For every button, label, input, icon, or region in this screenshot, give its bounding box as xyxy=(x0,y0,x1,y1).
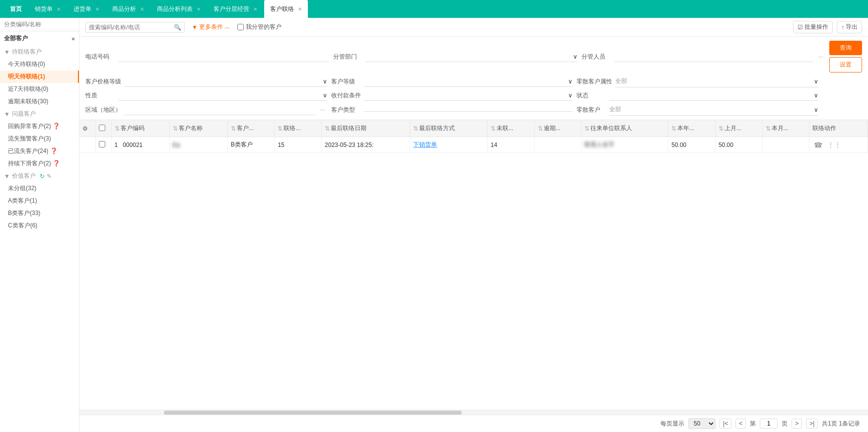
group-label: 价值客户 xyxy=(12,172,36,180)
filter-status: 状态 ∨ xyxy=(577,90,818,101)
filter-phone: 电话号码 xyxy=(85,52,329,62)
sort-icon: ⇅ xyxy=(538,125,543,132)
payment-select[interactable]: ∨ xyxy=(364,90,573,101)
all-customers-header[interactable]: 全部客户 « xyxy=(0,31,79,46)
export-icon: ↑ xyxy=(841,24,844,31)
nav-sale[interactable]: 销货单 ✕ xyxy=(29,0,67,18)
td-name: Ea xyxy=(169,137,227,153)
search-icon[interactable]: 🔍 xyxy=(174,24,181,31)
search-input-wrap: 🔍 xyxy=(85,22,185,33)
action-phone-icon[interactable]: ☎ xyxy=(812,141,824,149)
last-page-button[interactable]: >| xyxy=(806,419,818,429)
manager-more-btn[interactable]: ··· xyxy=(816,53,825,60)
edit-icon[interactable]: ✎ xyxy=(47,173,52,180)
last-contact-method-link[interactable]: 下销货单 xyxy=(413,141,437,148)
region-input[interactable] xyxy=(124,105,315,115)
nav-product-analysis-list[interactable]: 商品分析列表 ✕ xyxy=(151,0,207,18)
gear-icon[interactable]: ⚙ xyxy=(82,125,88,132)
group-pending-contact[interactable]: ▼ 待联络客户 xyxy=(0,46,79,58)
prev-page-button[interactable]: < xyxy=(735,419,746,429)
close-icon[interactable]: ✕ xyxy=(57,6,61,12)
sidebar: 🔍 全部客户 « ▼ 待联络客户 今天待联络(0) 明天待联络(1) 近7天待联… xyxy=(0,18,79,432)
th-action: 联络动作 xyxy=(809,120,868,137)
sidebar-item-declining[interactable]: 持续下滑客户(2) ❓ xyxy=(0,157,79,170)
th-overdue: ⇅ 逾期... xyxy=(534,120,581,137)
sidebar-item-week[interactable]: 近7天待联络(0) xyxy=(0,83,79,95)
customer-tier-label: 客户等级 xyxy=(331,77,361,86)
row-checkbox[interactable] xyxy=(99,141,105,147)
close-icon[interactable]: ✕ xyxy=(253,6,257,12)
nav-customer-contact[interactable]: 客户联络 ✕ xyxy=(264,0,308,18)
scrollbar-thumb[interactable] xyxy=(164,411,462,415)
first-page-button[interactable]: |< xyxy=(720,419,731,429)
group-value-customers[interactable]: ▼ 价值客户 ↻ ✎ xyxy=(0,170,79,182)
dept-select[interactable]: ∨ xyxy=(366,52,577,62)
sidebar-item-today[interactable]: 今天待联络(0) xyxy=(0,58,79,71)
sidebar-item-repurchase-abnormal[interactable]: 回购异常客户(2) ❓ xyxy=(0,120,79,133)
manager-input[interactable] xyxy=(614,52,813,62)
sidebar-item-ungrouped[interactable]: 未分组(32) xyxy=(0,182,79,195)
next-page-button[interactable]: > xyxy=(792,419,802,429)
page-number-input[interactable] xyxy=(760,419,778,429)
td-last-contact-date: 2023-05-23 18:25: xyxy=(322,137,410,153)
close-icon[interactable]: ✕ xyxy=(140,6,144,12)
sidebar-item-tier-b[interactable]: B类客户(33) xyxy=(0,207,79,219)
group-problem-customers[interactable]: ▼ 问题客户 xyxy=(0,108,79,120)
search-input[interactable] xyxy=(89,24,172,31)
customer-type-select[interactable] xyxy=(364,108,573,112)
sidebar-item-churn-warning[interactable]: 流失预警客户(3) xyxy=(0,133,79,145)
td-checkbox xyxy=(95,137,111,153)
td-settings xyxy=(79,137,95,153)
query-button[interactable]: 查询 xyxy=(829,41,862,55)
retail-customer-select[interactable]: 全部 ∨ xyxy=(609,104,818,116)
close-icon[interactable]: ✕ xyxy=(298,6,302,12)
close-icon[interactable]: ✕ xyxy=(95,6,99,12)
action-more-icon[interactable]: ⋮⋮ xyxy=(826,141,843,149)
close-icon[interactable]: ✕ xyxy=(197,6,201,12)
status-select[interactable]: ∨ xyxy=(609,90,818,101)
sidebar-search-input[interactable] xyxy=(4,21,78,28)
region-label: 区域（地区） xyxy=(85,106,121,114)
triangle-icon: ▼ xyxy=(4,111,10,118)
nature-select[interactable]: ∨ xyxy=(118,90,327,101)
select-all-checkbox[interactable] xyxy=(99,125,105,131)
more-filter-button[interactable]: ▼ 更多条件 ︿ xyxy=(189,21,233,33)
phone-input[interactable] xyxy=(118,52,329,62)
sidebar-item-tier-a[interactable]: A类客户(1) xyxy=(0,195,79,207)
status-label: 状态 xyxy=(577,91,606,100)
page-label: 第 xyxy=(750,420,756,428)
nav-home[interactable]: 首页 xyxy=(4,0,28,18)
export-button[interactable]: ↑ 导出 xyxy=(837,21,862,33)
sidebar-item-tomorrow[interactable]: 明天待联络(1) xyxy=(0,71,79,83)
filter-row-2: 客户价格等级 ∨ 客户等级 ∨ 零散客户属性 全部 xyxy=(85,75,862,87)
sidebar-item-tier-c[interactable]: C类客户(6) xyxy=(0,219,79,232)
my-customers-checkbox[interactable]: 我分管的客户 xyxy=(237,23,282,31)
region-more-btn[interactable]: ··· xyxy=(318,106,327,113)
sidebar-item-overdue[interactable]: 逾期未联络(30) xyxy=(0,95,79,108)
data-table-container: ⚙ ⇅ 客户编码 ⇅ xyxy=(79,120,868,410)
my-customers-check-input[interactable] xyxy=(237,24,244,30)
nav-product-analysis[interactable]: 商品分析 ✕ xyxy=(106,0,150,18)
retail-attr-label: 零散客户属性 xyxy=(577,77,612,86)
th-tier: ⇅ 客户... xyxy=(227,120,275,137)
nav-purchase[interactable]: 进货单 ✕ xyxy=(68,0,105,18)
chevron-down-icon: ∨ xyxy=(568,78,573,85)
dept-label: 分管部门 xyxy=(333,53,363,61)
checkbox-icon: ☑ xyxy=(797,24,803,31)
horizontal-scrollbar[interactable] xyxy=(79,410,868,415)
seq-number: 1 xyxy=(115,142,121,148)
customer-name: Ea xyxy=(173,142,180,148)
retail-attr-select[interactable]: 全部 ∨ xyxy=(615,75,818,87)
customer-tier-select[interactable]: ∨ xyxy=(364,76,573,87)
set-button[interactable]: 设置 xyxy=(829,57,862,72)
nav-customer-tier[interactable]: 客户分层经营 ✕ xyxy=(208,0,263,18)
chevron-down-icon: ∨ xyxy=(573,53,578,60)
per-page-select[interactable]: 50 100 200 xyxy=(688,418,716,429)
top-navigation: 首页 销货单 ✕ 进货单 ✕ 商品分析 ✕ 商品分析列表 ✕ 客户分层经营 ✕ … xyxy=(0,0,868,18)
sort-icon: ⇅ xyxy=(413,125,418,132)
refresh-icon[interactable]: ↻ xyxy=(40,173,45,180)
batch-ops-button[interactable]: ☑ 批量操作 xyxy=(793,21,833,33)
sidebar-item-churned[interactable]: 已流失客户(24) ❓ xyxy=(0,145,79,157)
price-tier-select[interactable]: ∨ xyxy=(124,76,327,87)
filter-panel: 电话号码 分管部门 ∨ 分管人员 ··· 查询 设置 xyxy=(79,37,868,120)
